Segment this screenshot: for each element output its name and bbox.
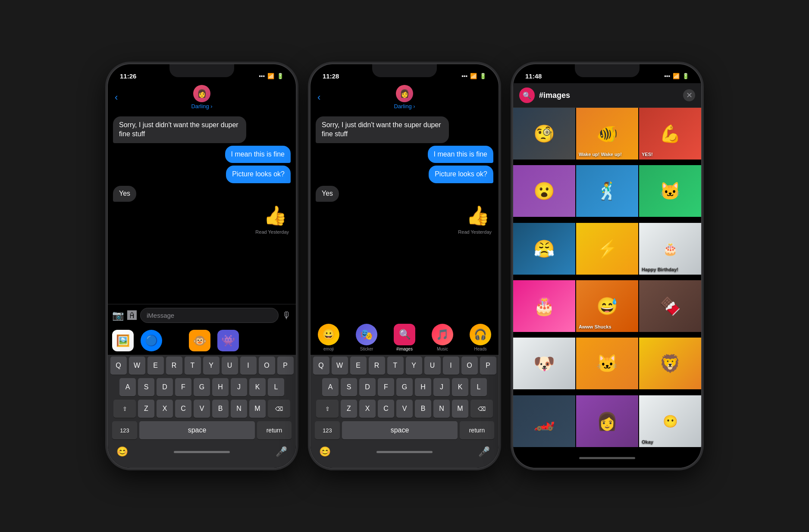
space-key[interactable]: space <box>139 421 255 439</box>
key-e[interactable]: E <box>350 357 367 375</box>
mic-key[interactable]: 🎤 <box>276 446 287 457</box>
shift-key[interactable]: ⇧ <box>113 400 136 418</box>
mic-key[interactable]: 🎤 <box>478 446 490 457</box>
numbers-key[interactable]: 123 <box>315 421 340 439</box>
key-p[interactable]: P <box>480 357 496 375</box>
key-r[interactable]: R <box>166 357 182 375</box>
emoji-app-icon[interactable]: 😀 emoji <box>318 324 339 351</box>
gif-item[interactable]: 🐱 <box>576 338 638 389</box>
stickers-app-icon[interactable]: 🎭 Sticker <box>356 324 377 351</box>
key-b[interactable]: B <box>415 400 431 418</box>
key-h[interactable]: H <box>415 378 431 396</box>
message-input-1[interactable]: iMessage <box>140 308 279 323</box>
emoji-key[interactable]: 😊 <box>319 446 331 457</box>
key-u[interactable]: U <box>424 357 441 375</box>
key-q[interactable]: Q <box>313 357 329 375</box>
key-t[interactable]: T <box>387 357 404 375</box>
key-d[interactable]: D <box>157 378 173 396</box>
gif-item[interactable]: ⚡ <box>576 223 638 275</box>
key-f[interactable]: F <box>175 378 191 396</box>
key-l[interactable]: L <box>268 378 284 396</box>
headphones-app-icon[interactable]: 🎧 Heads <box>470 324 491 351</box>
key-g[interactable]: G <box>194 378 210 396</box>
gif-item[interactable]: 🍫 <box>639 280 701 332</box>
images-app-icon[interactable]: 🔍 #images <box>394 324 415 351</box>
key-s[interactable]: S <box>341 378 357 396</box>
backspace-key[interactable]: ⌫ <box>268 400 290 418</box>
key-q[interactable]: Q <box>110 357 127 375</box>
gif-item[interactable]: 🐱 <box>639 165 701 217</box>
key-u[interactable]: U <box>222 357 238 375</box>
key-h[interactable]: H <box>212 378 229 396</box>
key-p[interactable]: P <box>277 357 294 375</box>
gif-item[interactable]: 😶 Okay <box>639 395 701 447</box>
photos-app-icon[interactable]: 🖼️ <box>112 330 134 351</box>
key-j[interactable]: J <box>231 378 247 396</box>
audio-icon[interactable]: 🎙 <box>282 310 292 321</box>
monkey-sticker-icon[interactable]: 🐵 <box>189 330 210 351</box>
gif-item[interactable]: 😅 Awww Shucks <box>576 280 638 332</box>
key-a[interactable]: A <box>119 378 136 396</box>
key-m[interactable]: M <box>452 400 468 418</box>
key-i[interactable]: I <box>443 357 459 375</box>
key-k[interactable]: K <box>452 378 468 396</box>
gif-item[interactable]: 🎂 <box>513 280 575 332</box>
key-m[interactable]: M <box>249 400 266 418</box>
emoji-key[interactable]: 😊 <box>116 446 128 457</box>
key-d[interactable]: D <box>359 378 376 396</box>
back-button-1[interactable]: ‹ <box>115 92 118 103</box>
key-z[interactable]: Z <box>138 400 154 418</box>
gif-item[interactable]: 🐠 Wake up! Wake up! <box>576 108 638 160</box>
key-z[interactable]: Z <box>341 400 357 418</box>
key-k[interactable]: K <box>249 378 266 396</box>
key-y[interactable]: Y <box>203 357 219 375</box>
key-s[interactable]: S <box>138 378 154 396</box>
key-c[interactable]: C <box>175 400 191 418</box>
alien-sticker-icon[interactable]: 👾 <box>217 330 239 351</box>
key-b[interactable]: B <box>212 400 229 418</box>
key-r[interactable]: R <box>369 357 385 375</box>
key-j[interactable]: J <box>433 378 450 396</box>
key-w[interactable]: W <box>129 357 145 375</box>
space-key[interactable]: space <box>342 421 458 439</box>
gif-item[interactable]: 💪 YES! <box>639 108 701 160</box>
gif-item[interactable]: 🕺 <box>576 165 638 217</box>
animoji-icon[interactable]: 🔵 <box>141 330 162 351</box>
key-g[interactable]: G <box>396 378 413 396</box>
key-w[interactable]: W <box>332 357 348 375</box>
key-e[interactable]: E <box>147 357 164 375</box>
backspace-key[interactable]: ⌫ <box>470 400 493 418</box>
shift-key[interactable]: ⇧ <box>316 400 339 418</box>
camera-icon[interactable]: 📷 <box>112 310 124 321</box>
back-button-2[interactable]: ‹ <box>317 92 320 103</box>
gif-item[interactable]: 🧐 <box>513 108 575 160</box>
contact-info-1[interactable]: 👩 Darling › <box>191 85 212 110</box>
music-app-icon[interactable]: 🎵 Music <box>432 324 453 351</box>
key-o[interactable]: O <box>461 357 478 375</box>
key-f[interactable]: F <box>378 378 394 396</box>
key-n[interactable]: N <box>231 400 247 418</box>
return-key[interactable]: return <box>257 421 292 439</box>
gif-item[interactable]: 🐶 <box>513 338 575 389</box>
return-key[interactable]: return <box>460 421 494 439</box>
key-v[interactable]: V <box>194 400 210 418</box>
key-v[interactable]: V <box>396 400 413 418</box>
gif-item[interactable]: 😮 <box>513 165 575 217</box>
key-c[interactable]: C <box>378 400 394 418</box>
key-y[interactable]: Y <box>406 357 422 375</box>
appstore-icon[interactable]: 🅰 <box>127 310 137 321</box>
key-n[interactable]: N <box>433 400 450 418</box>
gif-item[interactable]: 🎂 Happy Birthday! <box>639 223 701 275</box>
gif-item[interactable]: 👩 <box>576 395 638 447</box>
key-i[interactable]: I <box>240 357 257 375</box>
key-o[interactable]: O <box>259 357 275 375</box>
close-button[interactable]: ✕ <box>683 89 695 101</box>
numbers-key[interactable]: 123 <box>112 421 137 439</box>
contact-info-2[interactable]: 👩 Darling › <box>394 85 415 110</box>
key-a[interactable]: A <box>322 378 339 396</box>
key-x[interactable]: X <box>359 400 376 418</box>
key-l[interactable]: L <box>470 378 487 396</box>
key-x[interactable]: X <box>157 400 173 418</box>
gif-item[interactable]: 🏎️ <box>513 395 575 447</box>
gif-item[interactable]: 🦁 <box>639 338 701 389</box>
